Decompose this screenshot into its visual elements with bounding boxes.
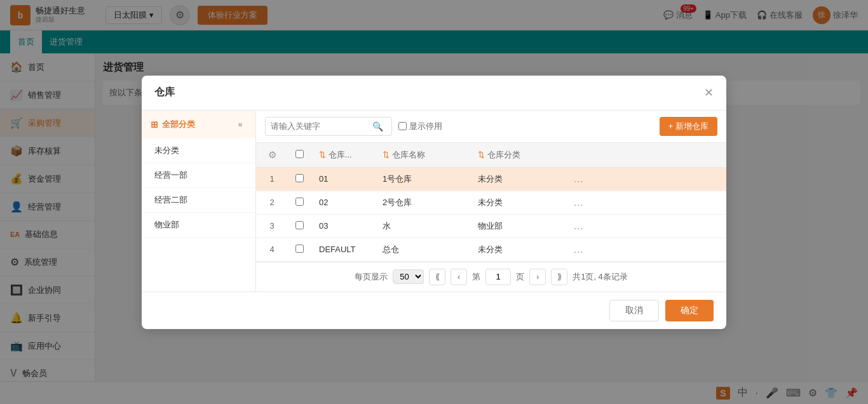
confirm-button[interactable]: 确定 <box>665 300 714 321</box>
col-header-actions <box>566 143 726 168</box>
search-input[interactable] <box>271 121 372 131</box>
category-item-ops1[interactable]: 经营一部 <box>142 163 255 188</box>
row-name: 水 <box>375 214 470 238</box>
row-name: 总仓 <box>375 238 470 261</box>
col-header-name: ⇅ 仓库名称 <box>375 143 470 168</box>
grid-icon: ⊞ <box>151 119 158 130</box>
category-panel: ⊞ 全部分类 « 未分类 经营一部 经营二部 物业部 <box>142 111 256 292</box>
modal-overlay: 仓库 ✕ ⊞ 全部分类 « 未分类 经营一部 <box>0 0 868 404</box>
show-disabled-label: 显示停用 <box>398 121 442 132</box>
sort-icon: ⇅ <box>319 150 326 159</box>
row-name: 1号仓库 <box>375 167 470 191</box>
category-item-property[interactable]: 物业部 <box>142 213 255 238</box>
category-item-ops2[interactable]: 经营二部 <box>142 188 255 213</box>
row-category: 未分类 <box>470 191 566 214</box>
table-toolbar: 🔍 显示停用 + 新增仓库 <box>256 111 726 143</box>
cancel-button[interactable]: 取消 <box>609 300 659 321</box>
row-check <box>288 167 311 191</box>
row-actions: … <box>566 238 726 261</box>
table-body: 1 01 1号仓库 未分类 … 2 02 2号仓 <box>256 167 726 261</box>
table-row[interactable]: 3 03 水 物业部 … <box>256 214 726 238</box>
row-more-button[interactable]: … <box>573 244 583 255</box>
row-more-button[interactable]: … <box>573 197 583 208</box>
add-warehouse-button[interactable]: + 新增仓库 <box>660 117 717 136</box>
row-check <box>288 214 311 238</box>
table-panel: 🔍 显示停用 + 新增仓库 ⚙ <box>256 111 726 292</box>
table-row[interactable]: 2 02 2号仓库 未分类 … <box>256 191 726 214</box>
warehouse-modal: 仓库 ✕ ⊞ 全部分类 « 未分类 经营一部 <box>142 76 726 329</box>
first-page-button[interactable]: ⟪ <box>429 269 445 285</box>
row-category: 未分类 <box>470 167 566 191</box>
row-checkbox[interactable] <box>295 221 304 229</box>
row-more-button[interactable]: … <box>573 173 583 185</box>
prev-page-button[interactable]: ‹ <box>451 269 467 285</box>
data-table: ⚙ ⇅ 仓库... ⇅ <box>256 143 726 262</box>
modal-close-button[interactable]: ✕ <box>704 86 714 100</box>
col-header-check <box>288 143 311 168</box>
row-no: 4 <box>256 238 288 261</box>
show-disabled-checkbox[interactable] <box>398 122 407 130</box>
row-no: 2 <box>256 191 288 214</box>
table-header-row: ⚙ ⇅ 仓库... ⇅ <box>256 143 726 168</box>
row-actions: … <box>566 214 726 238</box>
row-no: 3 <box>256 214 288 238</box>
sort-icon-name: ⇅ <box>383 150 390 159</box>
collapse-button[interactable]: « <box>234 118 247 131</box>
select-all-checkbox[interactable] <box>295 150 304 158</box>
row-category: 物业部 <box>470 214 566 238</box>
row-more-button[interactable]: … <box>573 220 583 232</box>
page-size-select[interactable]: 50 <box>393 269 424 284</box>
modal-title: 仓库 <box>154 86 175 99</box>
modal-footer: 取消 确定 <box>142 292 726 329</box>
col-header-code: ⇅ 仓库... <box>311 143 375 168</box>
row-code: 02 <box>311 191 375 214</box>
category-item-unclassified[interactable]: 未分类 <box>142 138 255 163</box>
row-code: 01 <box>311 167 375 191</box>
row-checkbox[interactable] <box>295 198 304 206</box>
table-row[interactable]: 4 DEFAULT 总仓 未分类 … <box>256 238 726 261</box>
modal-header: 仓库 ✕ <box>142 76 726 111</box>
next-page-button[interactable]: › <box>529 269 546 285</box>
row-check <box>288 191 311 214</box>
row-no: 1 <box>256 167 288 191</box>
row-actions: … <box>566 191 726 214</box>
sort-icon-cat: ⇅ <box>478 150 485 159</box>
table-row[interactable]: 1 01 1号仓库 未分类 … <box>256 167 726 191</box>
row-checkbox[interactable] <box>295 245 304 253</box>
row-code: DEFAULT <box>311 238 375 261</box>
row-checkbox[interactable] <box>295 174 304 182</box>
warehouse-table: ⚙ ⇅ 仓库... ⇅ <box>256 143 726 262</box>
search-input-wrap: 🔍 <box>265 117 392 136</box>
row-code: 03 <box>311 214 375 238</box>
pagination-bar: 每页显示 50 ⟪ ‹ 第 页 › ⟫ 共1页, 4条记录 <box>256 262 726 292</box>
row-check <box>288 238 311 261</box>
row-actions: … <box>566 167 726 191</box>
search-icon[interactable]: 🔍 <box>372 121 383 131</box>
col-header-settings: ⚙ <box>256 143 288 168</box>
row-name: 2号仓库 <box>375 191 470 214</box>
row-category: 未分类 <box>470 238 566 261</box>
modal-body: ⊞ 全部分类 « 未分类 经营一部 经营二部 物业部 <box>142 111 726 292</box>
category-all-header[interactable]: ⊞ 全部分类 « <box>142 111 255 138</box>
col-header-category: ⇅ 仓库分类 <box>470 143 566 168</box>
page-number-input[interactable] <box>485 269 511 285</box>
last-page-button[interactable]: ⟫ <box>551 269 567 285</box>
settings-icon: ⚙ <box>264 149 280 161</box>
